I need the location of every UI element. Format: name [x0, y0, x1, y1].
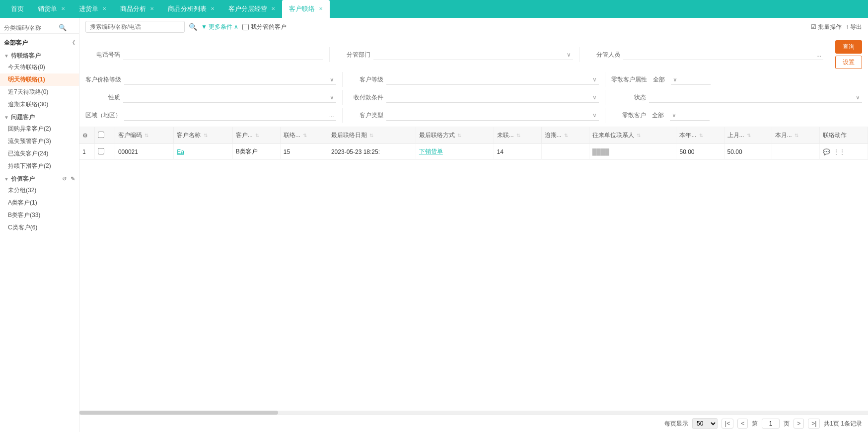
- sidebar-item-type-c[interactable]: C类客户(6): [0, 221, 79, 234]
- col-contact-count[interactable]: 联络... ⇅: [280, 127, 328, 144]
- adv-nature-select[interactable]: ∨: [123, 92, 336, 103]
- sidebar-item-abnormal[interactable]: 回购异常客户(2): [0, 123, 79, 135]
- nav-home[interactable]: 首页: [4, 0, 31, 18]
- sidebar-item-type-b-label: B类客户(33): [8, 212, 40, 218]
- adv-payment-select[interactable]: ∨: [386, 92, 599, 103]
- adv-status-select[interactable]: ∨: [649, 92, 862, 103]
- sidebar-all-customers[interactable]: 全部客户 《: [0, 37, 79, 49]
- query-button[interactable]: 查询: [835, 40, 862, 54]
- adv-dept-select[interactable]: ∨: [373, 50, 574, 60]
- row-more-icon[interactable]: ⋮⋮: [833, 148, 845, 155]
- batch-op-button[interactable]: ☑ 批量操作: [811, 23, 842, 31]
- sidebar-collapse-icon[interactable]: 《: [70, 39, 75, 47]
- filter-more-btn[interactable]: ▼ 更多条件 ∧: [201, 23, 238, 31]
- sidebar-item-churned[interactable]: 已流失客户(24): [0, 147, 79, 160]
- sidebar-item-type-a[interactable]: A类客户(1): [0, 197, 79, 209]
- sidebar-search-input[interactable]: [4, 24, 59, 31]
- row-checkbox[interactable]: [98, 148, 104, 154]
- nav-sales[interactable]: 销货单 ✕: [31, 0, 72, 18]
- adv-person-select[interactable]: ...: [623, 50, 823, 60]
- reset-button[interactable]: 设置: [835, 56, 862, 69]
- col-overdue[interactable]: 逾期... ⇅: [541, 127, 589, 144]
- my-customers-filter[interactable]: 我分管的客户: [242, 23, 287, 31]
- sidebar-item-today[interactable]: 今天待联络(0): [0, 61, 79, 73]
- nav-purchase-close[interactable]: ✕: [102, 0, 106, 18]
- sidebar-item-declining[interactable]: 持续下滑客户(2): [0, 160, 79, 172]
- export-button[interactable]: ↑ 导出: [846, 23, 862, 31]
- nav-goods-analysis[interactable]: 商品分析 ✕: [113, 0, 161, 18]
- type-sort-icon: ⇅: [255, 133, 259, 138]
- adv-cust-type-select[interactable]: ∨: [386, 110, 599, 121]
- cell-this-month: [772, 144, 819, 160]
- adv-region-select[interactable]: ...: [124, 110, 336, 121]
- export-label: 导出: [850, 23, 862, 31]
- sidebar-item-type-b[interactable]: B类客户(33): [0, 209, 79, 221]
- nav-goods-analysis-list[interactable]: 商品分析列表 ✕: [161, 0, 221, 18]
- nav-customer-contact[interactable]: 客户联络 ✕: [282, 0, 330, 18]
- adv-field-phone: 电话号码: [85, 50, 323, 60]
- sidebar-item-type-c-label: C类客户(6): [8, 224, 37, 231]
- sidebar-search-container: 🔍: [0, 22, 79, 34]
- first-page-btn[interactable]: |<: [722, 419, 733, 429]
- nav-goods-analysis-list-close[interactable]: ✕: [211, 0, 215, 18]
- nav-customer-contact-close[interactable]: ✕: [319, 0, 323, 18]
- horizontal-scrollbar[interactable]: [79, 411, 868, 415]
- adv-phone-label: 电话号码: [85, 51, 120, 59]
- col-settings[interactable]: ⚙: [79, 127, 94, 144]
- page-input[interactable]: [762, 419, 780, 429]
- nav-customer-segment[interactable]: 客户分层经营 ✕: [221, 0, 282, 18]
- value-group-refresh-icon[interactable]: ↺: [62, 176, 67, 182]
- nav-goods-analysis-close[interactable]: ✕: [150, 0, 154, 18]
- cell-last-method[interactable]: 下销货单: [416, 144, 494, 160]
- col-last-method[interactable]: 最后联络方式 ⇅: [416, 127, 494, 144]
- adv-price-level-select[interactable]: ∨: [124, 74, 336, 85]
- sidebar-item-churn-warning[interactable]: 流失预警客户(3): [0, 135, 79, 147]
- col-uncontacted[interactable]: 未联... ⇅: [494, 127, 541, 144]
- select-all-checkbox[interactable]: [98, 132, 104, 138]
- adv-cust-level-select[interactable]: ∨: [386, 74, 599, 85]
- cell-name[interactable]: Ea: [174, 144, 232, 160]
- nav-customer-contact-label: 客户联络: [289, 0, 315, 18]
- table-header-row: ⚙ 客户编码 ⇅ 客户名称 ⇅ 客户... ⇅ 联络... ⇅ 最后联络日期 ⇅…: [79, 127, 868, 144]
- adv-person-dotdot[interactable]: ...: [816, 51, 821, 58]
- adv-retail-attr-select[interactable]: ∨: [671, 74, 711, 85]
- col-contact-person[interactable]: 往来单位联系人 ⇅: [589, 127, 676, 144]
- sidebar-item-7days[interactable]: 近7天待联络(0): [0, 86, 79, 98]
- prev-page-btn[interactable]: <: [737, 419, 748, 429]
- col-this-year[interactable]: 本年... ⇅: [676, 127, 724, 144]
- last-method-link[interactable]: 下销货单: [419, 148, 443, 155]
- nav-purchase[interactable]: 进货单 ✕: [72, 0, 113, 18]
- value-group-edit-icon[interactable]: ✎: [71, 176, 75, 182]
- nav-sales-close[interactable]: ✕: [61, 0, 65, 18]
- cell-checkbox[interactable]: [94, 144, 115, 160]
- data-table: ⚙ 客户编码 ⇅ 客户名称 ⇅ 客户... ⇅ 联络... ⇅ 最后联络日期 ⇅…: [79, 127, 868, 160]
- col-last-date[interactable]: 最后联络日期 ⇅: [328, 127, 416, 144]
- next-page-btn[interactable]: >: [794, 419, 804, 429]
- row-edit-icon[interactable]: 💬: [823, 148, 830, 155]
- my-customers-checkbox[interactable]: [242, 24, 249, 30]
- data-table-container: ⚙ 客户编码 ⇅ 客户名称 ⇅ 客户... ⇅ 联络... ⇅ 最后联络日期 ⇅…: [79, 127, 868, 411]
- nav-home-label: 首页: [11, 0, 24, 18]
- last-page-btn[interactable]: >|: [808, 419, 820, 429]
- sidebar-value-group: ▼ 价值客户 ↺ ✎: [0, 172, 79, 184]
- adv-region-dotdot[interactable]: ...: [329, 112, 334, 119]
- col-name[interactable]: 客户名称 ⇅: [174, 127, 232, 144]
- col-this-month[interactable]: 本月... ⇅: [772, 127, 819, 144]
- col-last-month[interactable]: 上月... ⇅: [724, 127, 772, 144]
- sidebar-item-ungrouped[interactable]: 未分组(32): [0, 184, 79, 197]
- col-type[interactable]: 客户... ⇅: [232, 127, 280, 144]
- adv-phone-input[interactable]: [123, 50, 323, 60]
- filter-search-input[interactable]: [85, 21, 185, 33]
- scrollbar-thumb[interactable]: [79, 411, 278, 415]
- adv-divider-2: [579, 47, 579, 62]
- sidebar-item-tomorrow[interactable]: 明天待联络(1): [0, 73, 79, 86]
- customer-name-link[interactable]: Ea: [177, 148, 184, 155]
- nav-customer-segment-close[interactable]: ✕: [271, 0, 275, 18]
- adv-retail-cust-select[interactable]: ∨: [670, 110, 710, 121]
- filter-search-button[interactable]: 🔍: [189, 23, 197, 31]
- per-page-select[interactable]: 50 100 200: [692, 418, 718, 429]
- col-code[interactable]: 客户编码 ⇅: [115, 127, 173, 144]
- sidebar-item-overdue[interactable]: 逾期未联络(30): [0, 98, 79, 111]
- sidebar-search-icon[interactable]: 🔍: [59, 24, 67, 31]
- col-checkbox[interactable]: [94, 127, 115, 144]
